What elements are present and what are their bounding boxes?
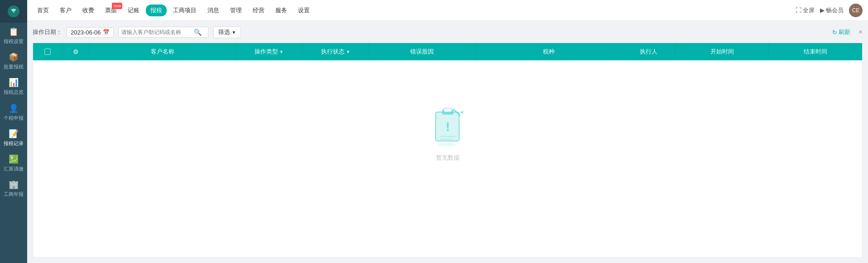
- sidebar-item-annual-report[interactable]: 🏢工商年报: [2, 175, 25, 201]
- sidebar-label-tax-records: 报税记录: [4, 141, 24, 146]
- topnav-right: ⛶ 全屏 ▶ 畅会员 CE: [796, 4, 863, 17]
- sidebar-icon-annual-report: 🏢: [8, 179, 19, 190]
- empty-state: ! 暂无数据: [33, 60, 862, 205]
- th-client-name: 客户名称: [89, 43, 236, 60]
- data-table-container: ⚙ 客户名称 操作类型 ▼ 执行状态 ▼: [33, 43, 863, 258]
- nav-items: 首页客户收费票据new记账报税工商项目消息管理经营服务设置: [33, 5, 796, 16]
- sort-icon-op-type: ▼: [279, 49, 284, 54]
- date-label: 操作日期：: [33, 28, 62, 36]
- nav-item-account[interactable]: 记账: [123, 5, 144, 16]
- sidebar-icon-batch-tax: 📦: [8, 52, 19, 63]
- nav-item-settings[interactable]: 设置: [293, 5, 314, 16]
- date-picker[interactable]: 2023-06-06 📅: [67, 27, 114, 38]
- th-op-type[interactable]: 操作类型 ▼: [235, 43, 302, 60]
- nav-item-client[interactable]: 客户: [55, 5, 76, 16]
- sidebar-label-tax-summary: 报税总览: [4, 89, 24, 95]
- member-icon: ▶: [820, 7, 825, 14]
- sidebar-item-calculation[interactable]: 💹汇算清缴: [2, 150, 25, 175]
- th-exec-status-label: 执行状态: [321, 48, 345, 56]
- th-checkbox: [33, 43, 62, 60]
- filter-button[interactable]: 筛选 ▼: [213, 26, 241, 38]
- nav-badge-invoice: new: [112, 3, 122, 9]
- nav-item-invoice[interactable]: 票据new: [101, 5, 121, 16]
- filter-label: 筛选: [218, 28, 230, 36]
- top-navigation: 首页客户收费票据new记账报税工商项目消息管理经营服务设置 ⛶ 全屏 ▶ 畅会员…: [27, 0, 868, 21]
- refresh-label: 刷新: [839, 28, 850, 36]
- sidebar-item-tax-summary[interactable]: 📊报税总览: [2, 73, 25, 99]
- th-end-time: 结束时间: [769, 43, 862, 60]
- th-tax-type: 税种: [475, 43, 622, 60]
- empty-text: 暂无数据: [436, 154, 460, 162]
- content-area: 操作日期： 2023-06-06 📅 🔍 筛选 ▼ ↻ 刷新 ×: [27, 21, 868, 263]
- refresh-button[interactable]: ↻ 刷新: [832, 28, 850, 36]
- sidebar-icon-calculation: 💹: [8, 154, 19, 165]
- sidebar-icon-tax-records: 📝: [8, 128, 19, 139]
- th-start-time: 开始时间: [676, 43, 769, 60]
- search-box[interactable]: 🔍: [118, 27, 209, 38]
- fullscreen-button[interactable]: ⛶ 全屏: [796, 6, 815, 15]
- table-header-row: ⚙ 客户名称 操作类型 ▼ 执行状态 ▼: [33, 43, 862, 60]
- nav-item-business[interactable]: 工商项目: [168, 5, 201, 16]
- sidebar-item-tax-records[interactable]: 📝报税记录: [2, 125, 25, 150]
- sidebar-label-personal-tax: 个税申报: [4, 115, 24, 121]
- svg-rect-4: [444, 108, 452, 112]
- nav-item-operation[interactable]: 经营: [248, 5, 269, 16]
- toolbar: 操作日期： 2023-06-06 📅 🔍 筛选 ▼ ↻ 刷新 ×: [33, 26, 863, 38]
- search-input[interactable]: [121, 29, 194, 35]
- close-button[interactable]: ×: [858, 28, 863, 36]
- calendar-icon: 📅: [103, 29, 110, 35]
- fullscreen-label: 全屏: [803, 6, 815, 15]
- user-avatar[interactable]: CE: [849, 4, 863, 17]
- th-error-reason: 错误股因: [369, 43, 475, 60]
- member-label: 畅会员: [826, 6, 844, 15]
- data-table: ⚙ 客户名称 操作类型 ▼ 执行状态 ▼: [33, 43, 862, 60]
- th-settings: ⚙: [62, 43, 89, 60]
- nav-item-fee[interactable]: 收费: [78, 5, 99, 16]
- sidebar-item-tax-settings[interactable]: 📋报税设置: [2, 23, 25, 48]
- nav-item-home[interactable]: 首页: [33, 5, 53, 16]
- sidebar-label-calculation: 汇算清缴: [4, 166, 24, 172]
- sidebar-icon-tax-summary: 📊: [8, 77, 19, 88]
- sort-icon-status: ▼: [346, 49, 350, 54]
- refresh-icon: ↻: [832, 29, 837, 36]
- column-settings-icon[interactable]: ⚙: [73, 48, 79, 55]
- chevron-down-icon: ▼: [232, 30, 236, 35]
- sidebar-icon-tax-settings: 📋: [8, 26, 19, 37]
- sidebar-item-personal-tax[interactable]: 👤个税申报: [2, 99, 25, 125]
- main-area: 首页客户收费票据new记账报税工商项目消息管理经营服务设置 ⛶ 全屏 ▶ 畅会员…: [27, 0, 868, 263]
- svg-point-10: [438, 143, 456, 146]
- date-value: 2023-06-06: [71, 29, 101, 36]
- sidebar-label-tax-settings: 报税设置: [4, 39, 24, 44]
- sidebar-item-batch-tax[interactable]: 📦批量报税: [2, 48, 25, 73]
- svg-text:!: !: [446, 120, 450, 134]
- nav-item-manage[interactable]: 管理: [225, 5, 246, 16]
- sidebar: 📋报税设置📦批量报税📊报税总览👤个税申报📝报税记录💹汇算清缴🏢工商年报: [0, 0, 27, 263]
- svg-marker-9: [460, 110, 464, 114]
- app-logo[interactable]: [0, 0, 27, 23]
- nav-item-message[interactable]: 消息: [203, 5, 224, 16]
- empty-state-icon: !: [427, 104, 468, 149]
- th-executor: 执行人: [622, 43, 676, 60]
- fullscreen-icon: ⛶: [796, 7, 801, 14]
- sidebar-icon-personal-tax: 👤: [8, 103, 19, 114]
- nav-item-tax[interactable]: 报税: [146, 5, 167, 16]
- search-icon: 🔍: [194, 29, 201, 36]
- sidebar-label-batch-tax: 批量报税: [4, 64, 24, 70]
- th-exec-status[interactable]: 执行状态 ▼: [302, 43, 369, 60]
- member-button[interactable]: ▶ 畅会员: [820, 6, 844, 15]
- nav-item-service[interactable]: 服务: [271, 5, 292, 16]
- select-all-checkbox[interactable]: [44, 49, 51, 55]
- sidebar-label-annual-report: 工商年报: [4, 191, 24, 197]
- th-op-type-label: 操作类型: [254, 48, 278, 56]
